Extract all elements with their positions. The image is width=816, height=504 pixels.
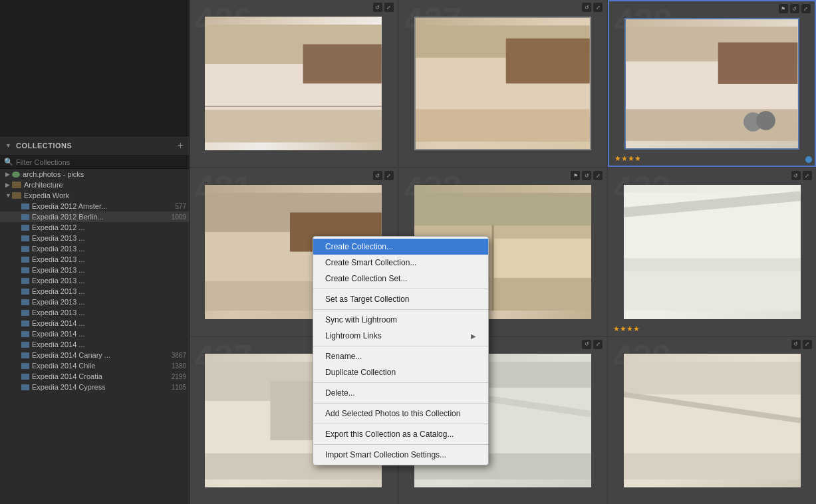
list-item[interactable]: Expedia 2012 Amster... 577 (0, 201, 189, 211)
lightroom-links-menu-item[interactable]: Lightroom Links ▶ (313, 328, 488, 344)
list-item[interactable]: Expedia 2014 Croatia 2199 (0, 371, 189, 382)
add-selected-label: Add Selected Photos to this Collection (325, 409, 460, 418)
item-label: Expedia 2014 Cypress (32, 383, 169, 391)
set-target-menu-item[interactable]: Set as Target Collection (313, 291, 488, 307)
item-label: Expedia 2013 ... (32, 245, 186, 253)
svg-rect-27 (624, 272, 801, 311)
set-target-label: Set as Target Collection (325, 295, 410, 304)
list-item[interactable]: Expedia 2014 ... (0, 339, 189, 350)
collections-header[interactable]: ▼ Collections + (0, 136, 189, 156)
collection-icon (21, 331, 29, 337)
item-count: 3867 (172, 352, 186, 359)
collection-icon (21, 267, 29, 273)
flag-icon: ⚑ (779, 4, 788, 13)
list-item[interactable]: Expedia 2013 ... (0, 297, 189, 307)
zoom-icon: ⤢ (593, 340, 603, 349)
photo-thumbnail (414, 17, 591, 150)
rename-menu-item[interactable]: Rename... (313, 348, 488, 364)
zoom-icon: ⤢ (593, 3, 603, 12)
collections-triangle: ▼ (5, 142, 12, 149)
add-collection-button[interactable]: + (178, 140, 184, 151)
create-collection-menu-item[interactable]: Create Collection... (313, 239, 488, 255)
svg-rect-2 (303, 45, 382, 84)
list-item[interactable]: ▶ Architecture (0, 180, 189, 190)
menu-separator-2 (313, 309, 488, 310)
photo-icons-top: ↺ ⤢ (582, 340, 603, 349)
item-label: Expedia 2014 Chile (32, 362, 169, 370)
item-label: Expedia 2013 ... (32, 298, 186, 306)
sidebar: ▼ Collections + 🔍 ▶ arch.photos - picks … (0, 0, 190, 504)
filter-icon: 🔍 (4, 158, 13, 166)
create-smart-collection-label: Create Smart Collection... (325, 258, 416, 267)
sync-dot (805, 156, 812, 163)
list-item[interactable]: Expedia 2013 ... (0, 286, 189, 297)
item-label: Expedia 2013 ... (32, 266, 186, 274)
list-item[interactable]: Expedia 2014 Cypress 1105 (0, 382, 189, 392)
list-item[interactable]: ▶ arch.photos - picks (0, 169, 189, 180)
list-item[interactable]: Expedia 2013 ... (0, 275, 189, 286)
export-catalog-menu-item[interactable]: Export this Collection as a Catalog... (313, 426, 488, 442)
item-count: 577 (175, 203, 186, 210)
collection-icon (21, 384, 29, 390)
list-item[interactable]: ▼ Expedia Work (0, 190, 189, 201)
collection-icon (21, 289, 29, 295)
list-item[interactable]: Expedia 2013 ... (0, 243, 189, 254)
collections-header-left: ▼ Collections (5, 142, 72, 150)
photo-cell-427[interactable]: 427 ↺ ⤢ (399, 0, 607, 167)
rotate-icon: ↺ (582, 3, 591, 12)
item-label: Expedia 2014 ... (32, 319, 186, 327)
flag-icon: ⚑ (571, 171, 580, 180)
delete-menu-item[interactable]: Delete... (313, 385, 488, 401)
collection-icon (21, 320, 29, 326)
photo-icons-top: ↺ ⤢ (373, 3, 394, 12)
sync-lightroom-menu-item[interactable]: Sync with Lightroom (313, 312, 488, 328)
menu-separator-1 (313, 289, 488, 289)
add-selected-menu-item[interactable]: Add Selected Photos to this Collection (313, 406, 488, 422)
collection-icon (21, 278, 29, 284)
create-smart-collection-menu-item[interactable]: Create Smart Collection... (313, 255, 488, 271)
import-smart-menu-item[interactable]: Import Smart Collection Settings... (313, 447, 488, 463)
import-smart-label: Import Smart Collection Settings... (325, 450, 446, 459)
list-item[interactable]: Expedia 2014 ... (0, 328, 189, 339)
list-item[interactable]: Expedia 2013 ... (0, 233, 189, 243)
item-label: Expedia 2014 ... (32, 330, 186, 338)
zoom-icon: ⤢ (384, 171, 394, 180)
create-collection-set-menu-item[interactable]: Create Collection Set... (313, 271, 488, 287)
delete-label: Delete... (325, 388, 355, 398)
photo-cell-426[interactable]: 426 ↺ ⤢ (190, 0, 398, 167)
collections-list: ▶ arch.photos - picks ▶ Architecture ▼ E… (0, 169, 189, 504)
list-item[interactable]: Expedia 2012 Berlin... 1009 (0, 211, 189, 222)
item-label: Expedia 2013 ... (32, 234, 186, 242)
photo-grid: 426 ↺ ⤢ 427 ↺ ⤢ (190, 0, 816, 504)
list-item[interactable]: Expedia 2013 ... (0, 254, 189, 265)
item-label: Expedia 2014 Croatia (32, 372, 169, 380)
list-item[interactable]: Expedia 2014 Canary ... 3867 (0, 350, 189, 360)
rename-label: Rename... (325, 352, 362, 361)
folder-icon (12, 192, 21, 199)
duplicate-menu-item[interactable]: Duplicate Collection (313, 364, 488, 380)
photo-cell-433[interactable]: 433 ↺ ⤢ ★★★★ (608, 168, 816, 335)
list-item[interactable]: Expedia 2014 Chile 1380 (0, 360, 189, 371)
svg-rect-21 (493, 239, 591, 278)
photo-cell-428[interactable]: 428 ⚑ ↺ ⤢ ★★★★ (608, 0, 816, 167)
list-item[interactable]: Expedia 2014 ... (0, 318, 189, 328)
menu-separator-3 (313, 346, 488, 346)
collection-icon (21, 374, 29, 380)
menu-separator-5 (313, 403, 488, 404)
collection-icon (21, 310, 29, 316)
item-triangle: ▶ (5, 182, 12, 188)
item-label: Expedia 2012 Amster... (32, 202, 172, 210)
list-item[interactable]: Expedia 2013 ... (0, 307, 189, 318)
rotate-icon: ↺ (373, 171, 382, 180)
item-label: Architecture (24, 181, 186, 189)
list-item[interactable]: Expedia 2012 ... (0, 222, 189, 233)
rotate-icon: ↺ (373, 3, 382, 12)
filter-input[interactable] (16, 158, 185, 166)
top-panel (0, 0, 189, 136)
photo-cell-439[interactable]: 439 ↺ ⤢ (608, 337, 816, 504)
svg-point-14 (757, 111, 776, 130)
rotate-icon: ↺ (791, 171, 801, 180)
svg-rect-35 (624, 394, 801, 453)
item-label: Expedia 2013 ... (32, 309, 186, 316)
list-item[interactable]: Expedia 2013 ... (0, 265, 189, 275)
